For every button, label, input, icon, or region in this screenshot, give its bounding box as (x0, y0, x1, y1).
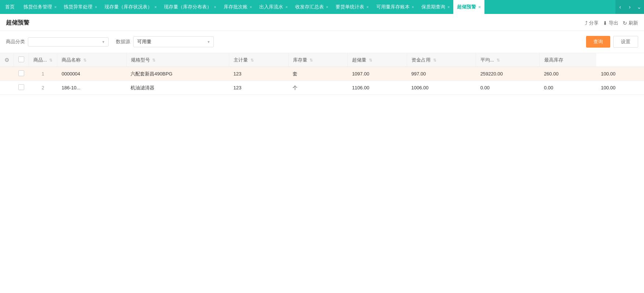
settings-button[interactable]: 设置 (613, 36, 638, 48)
select-all-checkbox[interactable] (18, 56, 24, 62)
row-spec: 123 (229, 67, 289, 81)
col-header-unit[interactable]: 主计量 ⇅ (229, 53, 289, 67)
col-header-overstock[interactable]: 超储量 ⇅ (348, 53, 407, 67)
data-source-value: 可用量 (137, 38, 151, 45)
sort-icon-product-name[interactable]: ⇅ (83, 58, 87, 62)
nav-tab-label-2: 现存量（库存状况表） (105, 4, 152, 10)
col-header-spec[interactable]: 规格型号 ⇅ (126, 53, 229, 67)
row-overstock: 997.00 (407, 67, 476, 81)
col-label-max-stock: 最高库存 (544, 57, 563, 63)
product-category-chevron: ▾ (102, 40, 105, 44)
sort-icon-stock[interactable]: ⇅ (310, 58, 313, 62)
col-label-avg: 平均... (480, 57, 494, 63)
data-source-chevron: ▾ (208, 40, 210, 44)
col-label-stock: 库存量 (293, 57, 307, 63)
nav-tab-close-10[interactable]: × (478, 5, 480, 9)
refresh-icon: ↻ (623, 20, 627, 26)
nav-tab-close-9[interactable]: × (447, 5, 450, 9)
query-button[interactable]: 查询 (586, 36, 610, 48)
nav-arrows: ‹ › ⌄ (615, 0, 644, 14)
export-icon: ⬇ (603, 20, 607, 26)
nav-tab-close-0[interactable]: × (54, 5, 56, 9)
nav-tab-4[interactable]: 库存批次账 × (220, 0, 256, 14)
row-checkbox-0[interactable] (18, 70, 24, 76)
nav-tab-label-8: 可用量库存账本 (376, 4, 410, 10)
nav-tab-3[interactable]: 现存量（库存分布表） × (160, 0, 220, 14)
row-product-name: 机油滤清器 (126, 81, 229, 95)
row-max-stock: 100.00 (596, 81, 644, 95)
page-title: 超储预警 (6, 19, 29, 27)
row-checkbox-cell (14, 67, 29, 81)
nav-tab-label-9: 保质期查询 (421, 4, 445, 10)
col-header-stock[interactable]: 库存量 ⇅ (288, 53, 348, 67)
nav-tab-close-7[interactable]: × (366, 5, 369, 9)
sort-icon-spec[interactable]: ⇅ (152, 58, 155, 62)
col-header-capital[interactable]: 资金占用 ⇅ (407, 53, 476, 67)
nav-tab-close-3[interactable]: × (214, 5, 216, 9)
col-header-product-name[interactable]: 商品名称 ⇅ (57, 53, 126, 67)
nav-menu-arrow[interactable]: ⌄ (634, 0, 644, 14)
sort-icon-capital[interactable]: ⇅ (433, 58, 436, 62)
data-table: ⚙ 商品... ⇅ 商品名称 ⇅ 规格型号 ⇅ (0, 53, 644, 95)
nav-tab-close-6[interactable]: × (326, 5, 328, 9)
nav-tab-label-1: 拣货异常处理 (64, 4, 92, 10)
col-header-max-stock[interactable]: 最高库存 (539, 53, 596, 67)
sort-icon-product-code[interactable]: ⇅ (49, 58, 52, 62)
page-header: 超储预警 ⤴ 分享 ⬇ 导出 ↻ 刷新 (0, 14, 644, 31)
header-actions: ⤴ 分享 ⬇ 导出 ↻ 刷新 (585, 20, 638, 26)
nav-tab-label-7: 要货单统计表 (336, 4, 364, 10)
row-overstock: 1006.00 (407, 81, 476, 95)
row-unit: 个 (288, 81, 348, 95)
nav-tab-8[interactable]: 可用量库存账本 × (373, 0, 418, 14)
nav-tab-7[interactable]: 要货单统计表 × (332, 0, 372, 14)
row-checkbox-cell (14, 81, 29, 95)
nav-tab-2[interactable]: 现存量（库存状况表） × (101, 0, 160, 14)
data-source-filter: 数据源 可用量 ▾ (116, 36, 214, 47)
row-product-name: 六配套新昌490BPG (126, 67, 229, 81)
nav-tab-close-1[interactable]: × (95, 5, 97, 9)
export-button[interactable]: ⬇ 导出 (603, 20, 618, 26)
nav-tab-close-5[interactable]: × (285, 5, 288, 9)
data-source-select[interactable]: 可用量 ▾ (133, 36, 214, 47)
row-stock: 1097.00 (348, 67, 407, 81)
nav-tab-9[interactable]: 保质期查询 × (418, 0, 453, 14)
row-checkbox-1[interactable] (18, 84, 24, 90)
sort-icon-unit[interactable]: ⇅ (250, 58, 254, 62)
nav-next-arrow[interactable]: › (625, 0, 634, 14)
nav-prev-arrow[interactable]: ‹ (615, 0, 625, 14)
nav-tab-1[interactable]: 拣货异常处理 × (60, 0, 100, 14)
product-category-filter: 商品分类 ▾ (6, 37, 109, 47)
filter-actions: 查询 设置 (586, 36, 638, 48)
nav-tab-close-4[interactable]: × (250, 5, 252, 9)
col-label-product-code: 商品... (33, 57, 47, 63)
nav-tab-close-8[interactable]: × (412, 5, 414, 9)
nav-tab-close-2[interactable]: × (154, 5, 157, 9)
nav-tab-label-5: 出入库流水 (259, 4, 283, 10)
filter-area: 商品分类 ▾ 数据源 可用量 ▾ 查询 设置 (0, 31, 644, 53)
nav-tab-label-6: 收发存汇总表 (295, 4, 324, 10)
product-category-select[interactable]: ▾ (28, 37, 109, 47)
row-unit: 套 (288, 67, 348, 81)
share-button[interactable]: ⤴ 分享 (585, 20, 599, 26)
top-navigation: 首页 拣货任务管理 × 拣货异常处理 × 现存量（库存状况表） × 现存量（库存… (0, 0, 644, 14)
nav-home[interactable]: 首页 (0, 4, 20, 10)
product-category-label: 商品分类 (6, 38, 25, 45)
col-label-unit: 主计量 (234, 57, 248, 63)
row-product-code: 0000004 (57, 67, 126, 81)
row-stock: 1106.00 (348, 81, 407, 95)
col-header-product-code[interactable]: 商品... ⇅ (29, 53, 57, 67)
export-label: 导出 (609, 20, 618, 26)
col-header-avg[interactable]: 平均... ⇅ (476, 53, 540, 67)
refresh-label: 刷新 (629, 20, 638, 26)
nav-tab-10[interactable]: 超储预警 × (453, 0, 484, 14)
sort-icon-avg[interactable]: ⇅ (497, 58, 500, 62)
nav-tab-label-4: 库存批次账 (224, 4, 248, 10)
col-header-gear: ⚙ (0, 53, 14, 67)
refresh-button[interactable]: ↻ 刷新 (623, 20, 638, 26)
nav-tab-0[interactable]: 拣货任务管理 × (20, 0, 60, 14)
gear-icon[interactable]: ⚙ (4, 57, 9, 63)
table-row: 2 186-10... 机油滤清器 123 个 1106.00 1006.00 … (0, 81, 644, 95)
nav-tab-5[interactable]: 出入库流水 × (256, 0, 291, 14)
nav-tab-6[interactable]: 收发存汇总表 × (292, 0, 332, 14)
sort-icon-overstock[interactable]: ⇅ (369, 58, 372, 62)
